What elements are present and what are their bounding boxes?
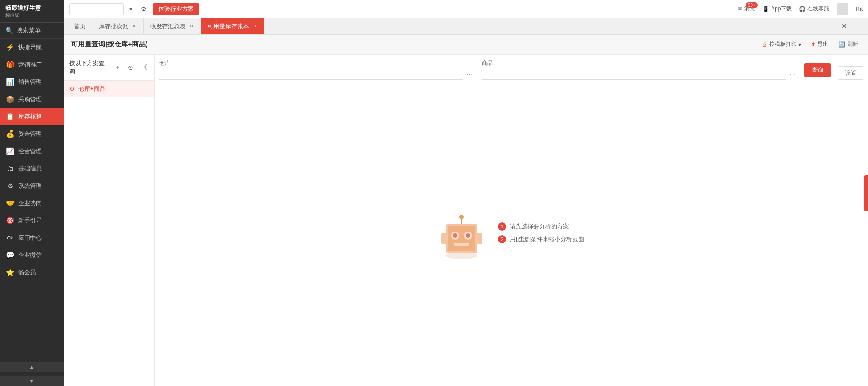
svg-rect-2: [448, 226, 475, 251]
tab-home-label: 首页: [74, 22, 86, 31]
system-icon: ⚙: [5, 182, 15, 190]
warehouse-input-row: ···: [159, 69, 475, 80]
refresh-label: 刷新: [847, 41, 858, 48]
refresh-button[interactable]: 🔄 刷新: [836, 39, 861, 50]
goods-input[interactable]: [482, 69, 786, 80]
right-panel: 仓库 ··· 商品 ··· 查询 设置: [155, 55, 868, 386]
warehouse-dots-button[interactable]: ···: [465, 69, 474, 79]
topbar-gear-btn[interactable]: ⚙: [138, 5, 149, 14]
scheme-collapse-button[interactable]: 《: [139, 63, 149, 72]
settings-button[interactable]: 设置: [838, 66, 863, 80]
export-label: 导出: [817, 41, 828, 48]
tabs-expand-button[interactable]: ⛶: [852, 21, 864, 31]
refresh-icon: 🔄: [838, 41, 845, 48]
tab-summary[interactable]: 收发存汇总表 ✕: [144, 18, 201, 34]
sidebar-item-finance[interactable]: 💰 资金管理: [0, 125, 64, 143]
query-button[interactable]: 查询: [804, 63, 831, 77]
tabs-bar: 首页 库存批次账 ✕ 收发存汇总表 ✕ 可用量库存账本 ✕ ✕ ⛶: [64, 18, 868, 35]
sidebar-item-label: 新手引导: [18, 216, 42, 225]
sidebar-item-shortcut[interactable]: ⚡ 快捷导航: [0, 39, 64, 56]
topbar-search-input[interactable]: [69, 3, 124, 15]
sidebar-item-label: 库存核算: [18, 113, 42, 121]
tab-batch-close[interactable]: ✕: [131, 23, 137, 29]
sidebar-item-label: 销售管理: [18, 78, 42, 86]
tab-available[interactable]: 可用量库存账本 ✕: [201, 18, 264, 34]
tab-available-label: 可用量库存账本: [208, 22, 249, 31]
scheme-item-warehouse-goods[interactable]: ↻ 仓库+商品: [64, 81, 154, 97]
sidebar-item-basic[interactable]: 🗂 基础信息: [0, 160, 64, 177]
sidebar-item-inventory[interactable]: 📋 库存核算: [0, 108, 64, 125]
right-scrollbar[interactable]: [864, 175, 868, 211]
print-label: 按模板打印: [769, 41, 797, 48]
sidebar-item-enterprise[interactable]: 🤝 企业协同: [0, 195, 64, 212]
empty-tip-1: 1 请先选择要分析的方案: [498, 222, 584, 231]
online-service-button[interactable]: 🎧 在线客服: [799, 5, 829, 13]
warehouse-input[interactable]: [159, 69, 463, 80]
content-area: 可用量查询(按仓库+商品) 🖨 按模板打印 ▾ ⬆ 导出 🔄 刷新: [64, 35, 868, 386]
tip-num-1: 1: [498, 222, 506, 231]
empty-tips: 1 请先选择要分析的方案 2 用[过滤]条件来缩小分析范围: [498, 222, 584, 243]
svg-rect-10: [441, 233, 447, 244]
sidebar-item-purchase[interactable]: 📦 采购管理: [0, 91, 64, 108]
export-button[interactable]: ⬆ 导出: [808, 39, 831, 50]
tab-available-close[interactable]: ✕: [252, 23, 258, 29]
sidebar-item-label: 采购管理: [18, 95, 42, 103]
svg-point-6: [466, 233, 470, 238]
topbar-dropdown-btn[interactable]: ▾: [127, 5, 134, 13]
user-avatar[interactable]: [837, 3, 848, 15]
sidebar-item-wechat[interactable]: 💬 企业微信: [0, 247, 64, 264]
wechat-icon: 💬: [5, 251, 15, 259]
sidebar-scroll-up[interactable]: ▲: [0, 362, 64, 372]
sidebar-item-label: 应用中心: [18, 234, 42, 242]
sidebar-scroll-down[interactable]: ▼: [0, 376, 64, 386]
main-area: ▾ ⚙ 体验行业方案 ✉ 消息 99+ 📱 App下载 🎧 在线客服 Rit 首…: [64, 0, 868, 386]
username-label[interactable]: Rit: [856, 6, 863, 12]
svg-rect-11: [477, 233, 482, 244]
sidebar-item-operation[interactable]: 📈 经营管理: [0, 143, 64, 160]
brand-edition: 标准版: [5, 12, 58, 19]
gift-icon: 🎁: [5, 61, 15, 69]
sidebar-item-member[interactable]: ⭐ 畅会员: [0, 264, 64, 281]
sidebar-item-label: 经营管理: [18, 147, 42, 155]
goods-dots-button[interactable]: ···: [787, 69, 797, 79]
tab-summary-close[interactable]: ✕: [188, 23, 194, 29]
scheme-label: 仓库+商品: [78, 85, 106, 93]
svg-rect-7: [454, 243, 469, 246]
search-icon: 🔍: [5, 27, 13, 34]
finance-icon: 💰: [5, 130, 15, 138]
messages-button[interactable]: ✉ 消息 99+: [738, 5, 755, 13]
chevron-down-icon: ▼: [29, 378, 35, 384]
headset-icon: 🎧: [799, 6, 806, 12]
sidebar-item-label: 快捷导航: [18, 43, 42, 51]
filter-row: 仓库 ··· 商品 ··· 查询 设置: [159, 59, 863, 80]
page-title: 可用量查询(按仓库+商品): [71, 40, 148, 49]
sidebar-item-search[interactable]: 🔍 搜索菜单: [0, 23, 64, 39]
print-button[interactable]: 🖨 按模板打印 ▾: [759, 39, 804, 50]
sidebar-item-newbie[interactable]: 🎯 新手引导: [0, 212, 64, 229]
box-icon: 📦: [5, 95, 15, 103]
basic-icon: 🗂: [5, 165, 15, 172]
app-download-button[interactable]: 📱 App下载: [762, 5, 792, 13]
sidebar-item-marketing[interactable]: 🎁 营销推广: [0, 56, 64, 73]
sidebar-item-label: 资金管理: [18, 130, 42, 138]
app-download-label: App下载: [771, 5, 792, 13]
messages-badge: 99+: [746, 2, 758, 8]
empty-illustration: [439, 210, 484, 256]
add-scheme-button[interactable]: ＋: [112, 63, 122, 72]
newbie-icon: 🎯: [5, 216, 15, 225]
tabs-close-all-button[interactable]: ✕: [838, 21, 850, 31]
left-panel-title: 按以下方案查询: [69, 59, 109, 76]
trial-industry-button[interactable]: 体验行业方案: [153, 3, 199, 15]
tab-home[interactable]: 首页: [67, 18, 92, 34]
sidebar-item-sales[interactable]: 📊 销售管理: [0, 73, 64, 91]
tab-batch[interactable]: 库存批次账 ✕: [92, 18, 144, 34]
message-icon: ✉: [738, 6, 742, 12]
tip-text-2: 用[过滤]条件来缩小分析范围: [510, 235, 584, 243]
sidebar-header: 畅康通好生意 标准版: [0, 0, 64, 23]
scheme-settings-button[interactable]: ⊙: [126, 63, 135, 72]
left-panel: 按以下方案查询 ＋ ⊙ 《 ↻ 仓库+商品: [64, 55, 155, 386]
topbar-right: ✉ 消息 99+ 📱 App下载 🎧 在线客服 Rit: [738, 3, 863, 15]
sidebar-item-system[interactable]: ⚙ 系统管理: [0, 177, 64, 195]
sidebar-item-apps[interactable]: 🛍 应用中心: [0, 229, 64, 247]
sidebar-item-label: 畅会员: [18, 268, 36, 277]
